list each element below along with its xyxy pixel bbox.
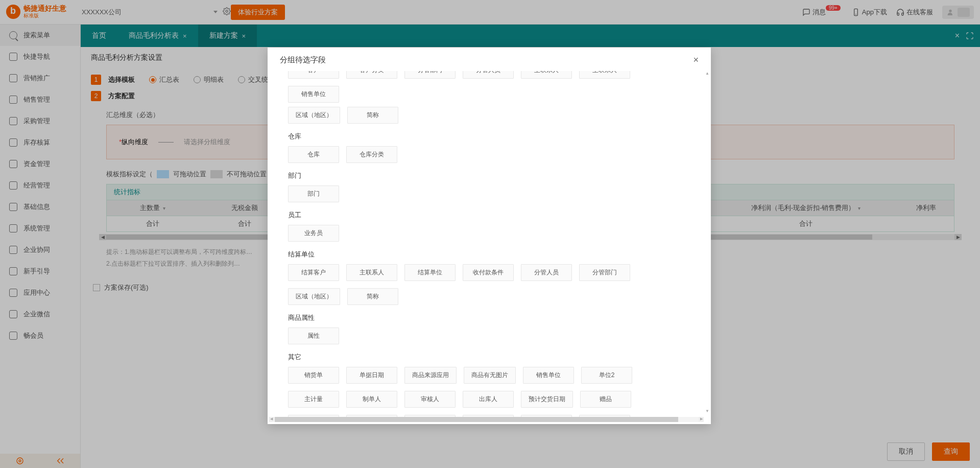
field-tag[interactable]: 区域（地区） (288, 107, 340, 124)
field-group-title: 结算单位 (288, 250, 683, 259)
field-group-title: 商品属性 (288, 313, 683, 322)
field-tag[interactable]: 属性 (288, 327, 339, 344)
field-tag[interactable]: 单位2 (581, 367, 632, 384)
field-tag[interactable]: 分管部门 (404, 71, 456, 79)
scroll-thumb[interactable] (275, 417, 678, 422)
field-tag[interactable]: 分管人员 (463, 71, 514, 79)
field-tag[interactable]: 简称 (347, 107, 398, 124)
field-picker-modal: 分组待选字段 × 客户客户分类分管部门分管人员主联系人主联系人销售单位区域（地区… (268, 48, 711, 424)
field-tag[interactable]: 审核人 (404, 391, 456, 408)
field-tag[interactable]: 销货单 (288, 367, 339, 384)
field-group-title: 员工 (288, 210, 683, 220)
field-tag[interactable]: 制单人 (346, 391, 397, 408)
field-tag[interactable]: 分管人员 (521, 264, 572, 281)
field-tag[interactable]: 客户分类 (346, 71, 397, 79)
scroll-left-arrow[interactable]: ◀ (269, 417, 274, 422)
field-tag[interactable]: 客户 (288, 71, 339, 79)
field-tag[interactable]: 分管部门 (579, 264, 630, 281)
field-tag[interactable]: 仓库分类 (346, 146, 397, 163)
field-tag[interactable]: 出库人 (463, 391, 514, 408)
vertical-scrollbar[interactable]: ▲ ▼ (705, 71, 710, 414)
field-tag[interactable]: 销售单位 (523, 367, 574, 384)
field-tag[interactable]: 收付款条件 (463, 264, 514, 281)
field-tag[interactable]: 结算客户 (288, 264, 339, 281)
scroll-right-arrow[interactable]: ▶ (699, 417, 704, 422)
field-group-title: 仓库 (288, 132, 683, 141)
field-tag[interactable]: 主联系人 (579, 71, 630, 79)
close-icon[interactable]: × (693, 55, 699, 65)
modal-body: 客户客户分类分管部门分管人员主联系人主联系人销售单位区域（地区）简称仓库仓库仓库… (268, 71, 704, 417)
field-tag[interactable]: 主计量 (288, 391, 339, 408)
field-tag[interactable]: 部门 (288, 185, 339, 202)
field-tag[interactable]: 主联系人 (521, 71, 572, 79)
field-tag[interactable]: 仓库 (288, 146, 339, 163)
field-tag[interactable]: 单据日期 (346, 367, 397, 384)
field-tag[interactable]: 商品来源应用 (404, 367, 457, 384)
field-group-title: 部门 (288, 171, 683, 180)
field-tag[interactable]: 商品有无图片 (464, 367, 516, 384)
field-tag[interactable]: 销售单位 (288, 86, 339, 103)
field-tag[interactable]: 简称 (347, 288, 398, 305)
scroll-down-arrow[interactable]: ▼ (705, 409, 710, 414)
field-tag[interactable]: 业务员 (288, 225, 339, 242)
modal-horizontal-scrollbar[interactable]: ◀ ▶ (269, 417, 704, 422)
field-group-title: 其它 (288, 353, 683, 362)
field-tag[interactable]: 赠品 (580, 391, 631, 408)
field-tag[interactable]: 预计交货日期 (521, 391, 573, 408)
modal-title: 分组待选字段 (280, 55, 326, 65)
scroll-up-arrow[interactable]: ▲ (705, 71, 710, 76)
field-tag[interactable]: 区域（地区） (288, 288, 340, 305)
field-tag[interactable]: 主联系人 (346, 264, 397, 281)
field-tag[interactable]: 结算单位 (404, 264, 456, 281)
